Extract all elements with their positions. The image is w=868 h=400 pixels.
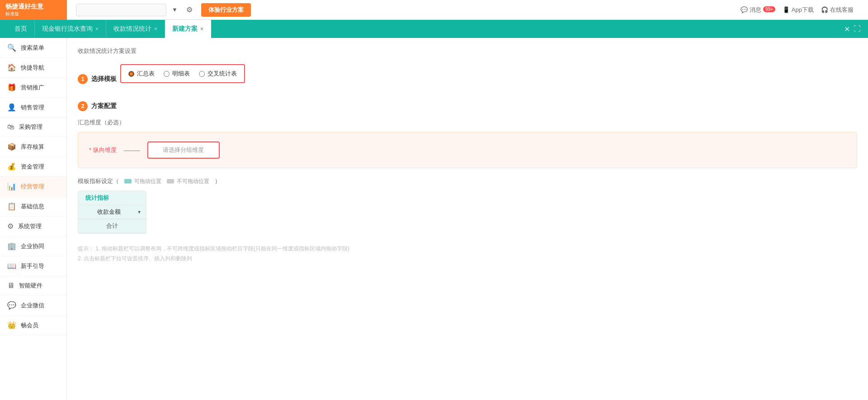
tab-bank-close[interactable]: ×: [95, 26, 99, 32]
radio-summary[interactable]: 汇总表: [128, 70, 155, 78]
tab-new-plan[interactable]: 新建方案 ×: [165, 20, 211, 38]
sidebar-label-hardware: 智能硬件: [19, 282, 42, 290]
sidebar-item-wechat[interactable]: 💬 企业微信: [0, 296, 66, 315]
sidebar-item-hardware[interactable]: 🖥 智能硬件: [0, 276, 66, 296]
indicator-category-header: 统计指标: [78, 191, 146, 205]
tab-collection-label: 收款情况统计: [113, 25, 151, 33]
section1-header: 1 选择模板 汇总表 明细表 交叉统计表: [78, 64, 857, 94]
tab-collection[interactable]: 收款情况统计 ×: [106, 20, 165, 38]
page-content: 收款情况统计方案设置 1 选择模板 汇总表 明细表: [67, 38, 868, 400]
indicator-item-total: 合计: [78, 219, 146, 233]
download-button[interactable]: 📱 App下载: [783, 6, 814, 14]
sidebar-label-inventory: 库存核算: [21, 143, 44, 151]
sales-icon: 👤: [7, 103, 16, 112]
tip-2-text: 2. 点击标题栏下拉可设置排序、插入列和删除列: [78, 255, 192, 262]
section2-header: 2 方案配置: [78, 101, 857, 111]
expand-icon[interactable]: ⛶: [854, 25, 861, 33]
sidebar-item-marketing[interactable]: 🎁 营销推广: [0, 78, 66, 98]
sidebar-item-operations[interactable]: 📊 经营管理: [0, 177, 66, 197]
system-icon: ⚙: [7, 222, 14, 231]
home-icon: 🏠: [7, 63, 16, 72]
tab-new-plan-close[interactable]: ×: [200, 26, 203, 32]
indicator-header: 模板指标设定（ 可拖动位置 不可拖动位置 ）: [78, 177, 857, 185]
radio-group: 汇总表 明细表 交叉统计表: [128, 70, 237, 78]
message-icon: 💬: [741, 6, 748, 13]
tips-section: 提示： 1. 拖动标题栏可以调整布局，不可跨维度或指标区域拖动栏目字段(只能在同…: [78, 244, 857, 264]
indicator-settings: 模板指标设定（ 可拖动位置 不可拖动位置 ） 统计指标: [78, 177, 857, 235]
indicator-amount-label: 收款金额: [84, 208, 134, 216]
dimension-area: * 纵向维度 —— 请选择分组维度: [78, 132, 857, 168]
header-dropdown[interactable]: ▼: [172, 6, 178, 13]
draggable-label: 可拖动位置: [134, 178, 161, 185]
sidebar-item-purchase[interactable]: 🛍 采购管理: [0, 118, 66, 137]
radio-detail-input[interactable]: [164, 71, 170, 77]
sidebar-item-finance[interactable]: 💰 资金管理: [0, 157, 66, 177]
legend-draggable: 可拖动位置: [124, 178, 161, 185]
sidebar-label-purchase: 采购管理: [19, 123, 42, 131]
sidebar-item-system[interactable]: ⚙ 系统管理: [0, 216, 66, 236]
draggable-legend-box: [124, 179, 132, 184]
main-layout: 🔍 搜索菜单 🏠 快捷导航 🎁 营销推广 👤 销售管理 🛍 采购管理 📦 库存核…: [0, 38, 868, 400]
inventory-icon: 📦: [7, 142, 16, 151]
sidebar-label-finance: 资金管理: [21, 163, 44, 171]
sidebar-label-marketing: 营销推广: [21, 84, 44, 92]
radio-cross[interactable]: 交叉统计表: [199, 70, 237, 78]
sidebar-item-quick-nav[interactable]: 🏠 快捷导航: [0, 58, 66, 78]
marketing-icon: 🎁: [7, 83, 16, 92]
tab-bank[interactable]: 现金银行流水查询 ×: [35, 20, 106, 38]
dimension-selector[interactable]: 请选择分组维度: [147, 141, 220, 159]
sidebar-item-guide[interactable]: 📖 新手引导: [0, 256, 66, 276]
non-draggable-label: 不可拖动位置: [177, 178, 209, 185]
sidebar-item-sales[interactable]: 👤 销售管理: [0, 98, 66, 118]
message-button[interactable]: 💬 消息 99+: [741, 6, 775, 14]
content-area: 收款情况统计方案设置 1 选择模板 汇总表 明细表: [67, 38, 868, 400]
indicator-table: 统计指标 收款金额 ▾ 合计: [78, 191, 146, 234]
trial-button[interactable]: 体验行业方案: [201, 3, 251, 17]
section1-title: 选择模板: [91, 75, 117, 83]
purchase-icon: 🛍: [7, 123, 14, 131]
logo-sub: 标准版: [5, 11, 43, 17]
sidebar-item-search-menu[interactable]: 🔍 搜索菜单: [0, 38, 66, 58]
gear-icon[interactable]: ⚙: [183, 4, 196, 16]
message-badge: 99+: [763, 6, 775, 12]
sidebar-label-wechat: 企业微信: [21, 301, 44, 310]
sidebar-label-enterprise: 企业协同: [21, 242, 44, 250]
indicator-total-label: 合计: [106, 222, 118, 229]
template-selection: 汇总表 明细表 交叉统计表: [120, 64, 245, 83]
indicator-dropdown-icon[interactable]: ▾: [138, 209, 141, 215]
sidebar-item-inventory[interactable]: 📦 库存核算: [0, 137, 66, 157]
sidebar-label-member: 畅会员: [21, 321, 38, 329]
hardware-icon: 🖥: [7, 282, 14, 290]
enterprise-icon: 🏢: [7, 242, 16, 250]
sidebar-label-sales: 销售管理: [21, 104, 44, 112]
indicator-item-amount[interactable]: 收款金额 ▾: [78, 205, 146, 219]
download-label: App下载: [792, 6, 814, 14]
radio-detail-label: 明细表: [172, 70, 190, 78]
close-icon[interactable]: ✕: [844, 25, 850, 33]
member-icon: 👑: [7, 321, 16, 329]
support-icon: 🎧: [821, 6, 828, 13]
logo-area: 畅捷通好生意 标准版: [0, 0, 67, 20]
tab-home[interactable]: 首页: [7, 20, 35, 38]
radio-detail[interactable]: 明细表: [164, 70, 190, 78]
sidebar-item-enterprise[interactable]: 🏢 企业协同: [0, 236, 66, 256]
sidebar-item-basic-info[interactable]: 📋 基础信息: [0, 197, 66, 216]
nav-tabs-right: ✕ ⛶: [844, 25, 861, 33]
finance-icon: 💰: [7, 162, 16, 171]
tab-collection-close[interactable]: ×: [154, 26, 157, 32]
header-right: 💬 消息 99+ 📱 App下载 🎧 在线客服: [741, 6, 861, 14]
radio-cross-input[interactable]: [199, 71, 205, 77]
support-label: 在线客服: [830, 6, 854, 14]
radio-summary-input[interactable]: [128, 71, 134, 77]
sidebar-label-system: 系统管理: [18, 222, 42, 231]
legend-non-draggable: 不可拖动位置: [167, 178, 209, 185]
sidebar-item-member[interactable]: 👑 畅会员: [0, 315, 66, 335]
radio-summary-label: 汇总表: [137, 70, 155, 78]
support-button[interactable]: 🎧 在线客服: [821, 6, 854, 14]
dimension-section-label: 汇总维度（必选）: [78, 118, 857, 127]
wechat-icon: 💬: [7, 301, 16, 310]
section1-number: 1: [78, 74, 88, 84]
search-input[interactable]: [76, 4, 166, 16]
dimension-row: * 纵向维度 —— 请选择分组维度: [89, 141, 846, 159]
section2-config: 2 方案配置 汇总维度（必选） * 纵向维度 —— 请选择分组维度: [78, 101, 857, 264]
